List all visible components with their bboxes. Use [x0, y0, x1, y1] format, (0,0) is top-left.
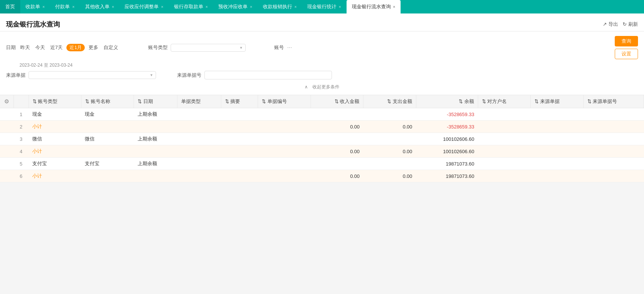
- col-account-name-label: ⇅ 账号名称: [85, 98, 110, 104]
- cell-account-name: [81, 121, 134, 133]
- col-account-name: ⇅ 账号名称: [81, 95, 134, 108]
- cell-num: 3: [14, 133, 29, 145]
- cell-expense: [363, 108, 416, 121]
- cell-source-doc: [531, 133, 583, 145]
- filter-area: 日期 昨天 今天 近7天 近1月 更多 自定义 账号类型 ▾ 账号 ···: [0, 31, 644, 95]
- export-icon: ↗: [603, 21, 607, 27]
- date-btn-today[interactable]: 今天: [34, 44, 47, 51]
- close-advance-offset-icon[interactable]: ×: [250, 0, 252, 13]
- account-more-icon[interactable]: ···: [287, 44, 292, 51]
- query-button[interactable]: 查询: [615, 36, 638, 46]
- cell-date: 上期余额: [134, 133, 177, 145]
- nav-item-ar-adjust[interactable]: 应收应付调整单 ×: [119, 0, 168, 13]
- cell-num: 2: [14, 121, 29, 133]
- source-doc-select[interactable]: ▾: [29, 71, 156, 79]
- nav-item-bank-deposit[interactable]: 银行存取款单 ×: [169, 0, 213, 13]
- col-source-doc-num-label: ⇅ 来源单据号: [587, 98, 617, 104]
- close-other-income-icon[interactable]: ×: [112, 0, 114, 13]
- account-type-filter-group: 账号类型 ▾: [148, 44, 246, 52]
- nav-item-receipt[interactable]: 收款单 ×: [20, 0, 50, 13]
- cell-doc-num: [258, 158, 311, 170]
- date-label: 日期: [6, 44, 16, 51]
- date-btn-1month[interactable]: 近1月: [66, 44, 85, 51]
- cell-account-name: [81, 170, 134, 182]
- cell-expense: [363, 133, 416, 145]
- cell-summary: [221, 121, 258, 133]
- cell-account-name: 现金: [81, 108, 134, 121]
- cell-account-type: 小计: [29, 145, 81, 158]
- source-doc-num-input[interactable]: [204, 71, 332, 79]
- cell-date: [134, 170, 177, 182]
- col-balance: ⇅ 余额: [416, 95, 478, 108]
- cell-expense: 0.00: [363, 145, 416, 158]
- date-btn-7days[interactable]: 近7天: [49, 44, 64, 51]
- cell-expense: 0.00: [363, 170, 416, 182]
- collapse-up-icon: ∧: [305, 84, 308, 90]
- close-cash-bank-flow-icon[interactable]: ×: [393, 0, 395, 13]
- nav-item-other-income[interactable]: 其他收入单 ×: [80, 0, 119, 13]
- data-table: ⚙ ⇅ 账号类型 ⇅ 账号名称 ⇅ 日期 单据类型 ⇅ 摘要: [0, 95, 644, 182]
- cell-balance: 100102606.60: [416, 133, 478, 145]
- cell-summary: [221, 158, 258, 170]
- cell-doc-num: [258, 108, 311, 121]
- close-collection-exec-icon[interactable]: ×: [294, 0, 297, 13]
- account-filter-group: 账号 ···: [274, 44, 292, 51]
- table-body: 1 现金 现金 上期余额 -3528659.33 2 小计 0.00 0.00 …: [0, 108, 644, 182]
- header-actions: ↗ 导出 ↻ 刷新: [603, 21, 638, 28]
- cell-doc-type: [177, 170, 221, 182]
- cell-doc-num: [258, 121, 311, 133]
- cell-gear: [0, 108, 14, 121]
- col-date: ⇅ 日期: [134, 95, 177, 108]
- close-ar-adjust-icon[interactable]: ×: [161, 0, 163, 13]
- close-bank-deposit-icon[interactable]: ×: [206, 0, 208, 13]
- account-type-arrow-icon: ▾: [240, 45, 242, 50]
- cell-doc-num: [258, 145, 311, 158]
- table-settings-icon[interactable]: ⚙: [4, 98, 9, 104]
- nav-item-advance-offset[interactable]: 预收冲应收单 ×: [213, 0, 257, 13]
- close-cash-bank-stats-icon[interactable]: ×: [339, 0, 341, 13]
- close-receipt-icon[interactable]: ×: [42, 0, 45, 13]
- cell-balance: 19871073.60: [416, 170, 478, 182]
- cell-account-type: 小计: [29, 170, 81, 182]
- cell-date: 上期余额: [134, 108, 177, 121]
- date-btn-more[interactable]: 更多: [87, 44, 100, 51]
- date-btn-yesterday[interactable]: 昨天: [19, 44, 32, 51]
- nav-item-home[interactable]: 首页: [0, 0, 20, 13]
- export-button[interactable]: ↗ 导出: [603, 21, 618, 28]
- cell-income: 0.00: [311, 145, 363, 158]
- cell-balance: -3528659.33: [416, 108, 478, 121]
- account-type-label: 账号类型: [148, 44, 168, 51]
- source-doc-num-filter-group: 来源单据号: [177, 71, 332, 79]
- action-buttons: 查询 设置: [615, 36, 638, 59]
- col-account-type: ⇅ 账号类型: [29, 95, 81, 108]
- cell-account-name: 支付宝: [81, 158, 134, 170]
- cell-num: 4: [14, 145, 29, 158]
- close-payment-icon[interactable]: ×: [72, 0, 74, 13]
- nav-item-payment[interactable]: 付款单 ×: [50, 0, 80, 13]
- col-counterparty: ⇅ 对方户名: [478, 95, 530, 108]
- col-doc-num-label: ⇅ 单据编号: [262, 98, 287, 104]
- cell-source-doc: [531, 170, 583, 182]
- cell-source-doc: [531, 145, 583, 158]
- table-row: 1 现金 现金 上期余额 -3528659.33: [0, 108, 644, 121]
- date-btn-custom[interactable]: 自定义: [102, 44, 120, 51]
- cell-doc-type: [177, 133, 221, 145]
- date-shortcuts: 昨天 今天 近7天 近1月 更多 自定义: [19, 44, 120, 51]
- settings-button[interactable]: 设置: [615, 49, 638, 59]
- cell-account-type: 微信: [29, 133, 81, 145]
- col-date-label: ⇅ 日期: [138, 98, 153, 104]
- col-counterparty-label: ⇅ 对方户名: [482, 98, 507, 104]
- nav-item-cash-bank-flow[interactable]: 现金银行流水查询 ×: [347, 0, 401, 13]
- nav-item-collection-exec[interactable]: 收款核销执行 ×: [258, 0, 302, 13]
- cell-counterparty: [478, 121, 530, 133]
- cell-balance: 100102606.60: [416, 145, 478, 158]
- nav-item-cash-bank-stats[interactable]: 现金银行统计 ×: [302, 0, 346, 13]
- cell-counterparty: [478, 133, 530, 145]
- cell-date: [134, 145, 177, 158]
- cell-doc-num: [258, 133, 311, 145]
- collapse-bar[interactable]: ∧ 收起更多条件: [6, 82, 638, 92]
- account-type-select[interactable]: ▾: [171, 44, 246, 52]
- cell-balance: -3528659.33: [416, 121, 478, 133]
- refresh-button[interactable]: ↻ 刷新: [623, 21, 638, 28]
- col-income: ⇅ 收入金额: [311, 95, 363, 108]
